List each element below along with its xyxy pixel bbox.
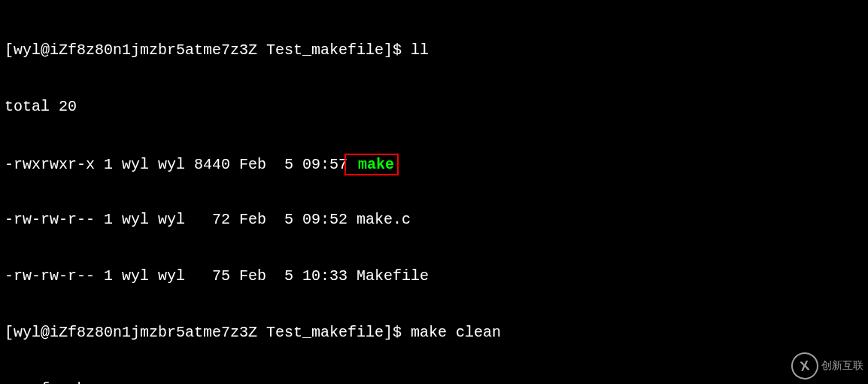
- prompt: [wyl@iZf8z80n1jmzbr5atme7z3Z Test_makefi…: [5, 41, 402, 59]
- terminal-output[interactable]: [wyl@iZf8z80n1jmzbr5atme7z3Z Test_makefi…: [5, 3, 863, 384]
- file-listing-line: -rw-rw-r-- 1 wyl wyl 75 Feb 5 10:33 Make…: [5, 267, 863, 285]
- watermark-label: 创新互联: [821, 359, 863, 373]
- command: make clean: [402, 324, 501, 341]
- output-line: total 20: [5, 97, 863, 116]
- output-line: rm -f make: [5, 379, 863, 384]
- file-listing-line: -rw-rw-r-- 1 wyl wyl 72 Feb 5 09:52 make…: [5, 210, 863, 229]
- file-perms: -rwxrwxr-x 1 wyl wyl 8440 Feb 5 09:57: [5, 156, 348, 173]
- file-listing-line: -rwxrwxr-x 1 wyl wyl 8440 Feb 5 09:57 ma…: [5, 154, 863, 172]
- watermark-badge-icon: X: [789, 350, 821, 382]
- watermark: X 创新互联: [791, 352, 863, 379]
- prompt: [wyl@iZf8z80n1jmzbr5atme7z3Z Test_makefi…: [5, 324, 402, 341]
- highlighted-file: make: [344, 154, 399, 175]
- executable-file: make: [349, 156, 394, 173]
- prompt-line: [wyl@iZf8z80n1jmzbr5atme7z3Z Test_makefi…: [5, 41, 863, 59]
- command: ll: [402, 41, 429, 59]
- prompt-line: [wyl@iZf8z80n1jmzbr5atme7z3Z Test_makefi…: [5, 323, 863, 342]
